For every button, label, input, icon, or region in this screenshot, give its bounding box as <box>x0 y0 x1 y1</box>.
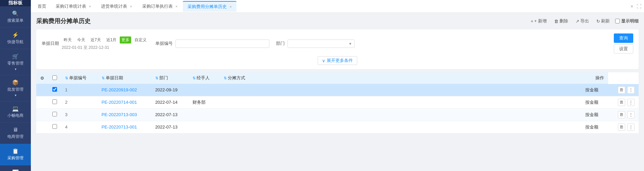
dept-field: 部门 ▾ <box>276 39 355 48</box>
sidebar-item-label: 搜索菜单 <box>7 18 23 23</box>
row-actions-cell: 🖹 ⋮ <box>608 108 639 121</box>
date-btn-more[interactable]: 更多 <box>120 36 131 44</box>
doc-no-link[interactable]: PE-20220714-001 <box>102 100 137 105</box>
table-row: 2 PE-20220714-001 2022-07-14 财务部 按金额 🖹 ⋮ <box>36 96 639 108</box>
row-doc-date-cell: 2022-07-14 <box>151 96 189 108</box>
dept-label: 部门 <box>276 40 285 47</box>
tab-close-icon[interactable]: × <box>175 4 177 8</box>
sidebar-item-label: 快捷导航 <box>7 39 23 45</box>
refresh-icon: ↻ <box>596 19 600 24</box>
tab-close-icon[interactable]: × <box>89 4 91 8</box>
row-settings-cell <box>36 96 48 108</box>
sidebar-item-label: 零售管理 <box>7 61 23 66</box>
row-doc-date-cell: 2022-07-13 <box>151 121 189 133</box>
tab-close-icon[interactable]: × <box>229 5 231 9</box>
sidebar-item-ecom[interactable]: 🖥 电商管理 <box>0 123 31 144</box>
refresh-button[interactable]: ↻ 刷新 <box>594 17 612 25</box>
date-field: 单据日期 昨天 今天 近7天 近1月 更多 自定义 2022-01-01 至 2… <box>42 36 149 51</box>
settings-button[interactable]: 设置 <box>614 44 633 54</box>
retail-icon: 🛒 <box>12 53 19 60</box>
export-button[interactable]: ↗ 导出 <box>574 17 591 25</box>
tab-purchase-exec[interactable]: 采购订单执行表 × <box>138 1 182 12</box>
row-view-button[interactable]: 🖹 <box>618 111 625 118</box>
refresh-label: 刷新 <box>601 18 610 24</box>
doc-no-input[interactable] <box>175 39 269 48</box>
row-more-button[interactable]: ⋮ <box>627 99 635 106</box>
row-handler-cell <box>220 108 581 121</box>
row-checkbox[interactable] <box>52 99 57 104</box>
row-view-button[interactable]: 🖹 <box>618 123 625 131</box>
sort-icon: ⇅ <box>65 76 69 80</box>
tab-bar: 首页 采购订单统计表 × 进货单统计表 × 采购订单执行表 × 采购费用分摊单历… <box>31 0 644 13</box>
sidebar-item-purchase[interactable]: 📋 采购管理 <box>0 144 31 165</box>
sidebar-item-inventory[interactable]: 📊 库存核算 <box>0 165 31 171</box>
tab-inbound-stats[interactable]: 进货单统计表 × <box>96 1 137 12</box>
show-cols-checkbox[interactable] <box>615 19 620 23</box>
sidebar: 指标板 🔍 搜索菜单 ⚡ 快捷导航 🛒 零售管理 ▾ 📦 批发管理 ▾ 💻 小畅… <box>0 0 31 171</box>
date-label: 单据日期 <box>42 40 59 47</box>
row-checkbox-cell <box>48 121 61 133</box>
sidebar-item-label: 电商管理 <box>7 134 23 140</box>
show-cols-label: 显示明细 <box>621 18 639 24</box>
row-checkbox[interactable] <box>52 87 57 92</box>
page-header: 采购费用分摊单历史 + + 新增 🗑 删除 ↗ 导出 ↻ 刷新 <box>36 17 639 25</box>
date-range-btns: 昨天 今天 近7天 近1月 更多 自定义 <box>62 36 149 44</box>
search-area: 单据日期 昨天 今天 近7天 近1月 更多 自定义 2022-01-01 至 2… <box>36 29 639 69</box>
tab-label: 采购费用分摊单历史 <box>187 4 227 10</box>
delete-button[interactable]: 🗑 删除 <box>552 17 570 25</box>
date-btn-1month[interactable]: 近1月 <box>104 36 119 44</box>
tab-label: 采购订单执行表 <box>142 3 173 9</box>
chevron-down-icon: ▾ <box>15 93 16 97</box>
show-cols-toggle[interactable]: 显示明细 <box>615 18 639 24</box>
col-settings[interactable]: ⚙ <box>36 72 48 84</box>
doc-no-link[interactable]: PE-20220713-003 <box>102 112 137 117</box>
add-button[interactable]: + + 新增 <box>529 17 549 25</box>
date-btn-7days[interactable]: 近7天 <box>89 36 103 44</box>
col-dept: ⇅ 部门 <box>151 72 189 84</box>
sidebar-item-retail[interactable]: 🛒 零售管理 ▾ <box>0 49 31 75</box>
window-close-icon[interactable]: × <box>631 4 633 9</box>
row-settings-cell <box>36 108 48 121</box>
sidebar-item-quicknav[interactable]: ⚡ 快捷导航 <box>0 28 31 49</box>
dept-select[interactable]: ▾ <box>287 39 355 48</box>
window-maximize-icon[interactable]: ⛶ <box>637 4 641 9</box>
row-settings-cell <box>36 121 48 133</box>
col-dept-label: 部门 <box>159 75 168 80</box>
row-doc-no-cell: PE-20220713-003 <box>98 108 151 121</box>
row-more-button[interactable]: ⋮ <box>627 111 635 118</box>
sort-icon: ⇅ <box>155 76 159 80</box>
row-more-button[interactable]: ⋮ <box>627 86 635 94</box>
tab-purchase-expense-history[interactable]: 采购费用分摊单历史 × <box>183 1 236 12</box>
search-row: 单据日期 昨天 今天 近7天 近1月 更多 自定义 2022-01-01 至 2… <box>42 33 633 54</box>
row-view-button[interactable]: 🖹 <box>618 86 625 94</box>
tab-purchase-order-stats[interactable]: 采购订单统计表 × <box>51 1 96 12</box>
sidebar-logo: 指标板 <box>0 0 31 6</box>
date-btn-yesterday[interactable]: 昨天 <box>62 36 74 44</box>
tab-close-icon[interactable]: × <box>130 4 132 8</box>
search-button[interactable]: 查询 <box>614 33 633 43</box>
doc-no-link[interactable]: PE-20220919-002 <box>102 87 137 92</box>
delete-label: 删除 <box>559 18 568 24</box>
row-settings-cell <box>36 84 48 96</box>
tab-label: 采购订单统计表 <box>56 3 86 9</box>
row-checkbox[interactable] <box>52 112 57 116</box>
row-view-button[interactable]: 🖹 <box>618 99 625 106</box>
expand-button[interactable]: ∨ 展开更多条件 <box>318 56 357 65</box>
sidebar-item-label: 批发管理 <box>7 87 23 92</box>
date-btn-custom[interactable]: 自定义 <box>132 36 149 44</box>
tab-home[interactable]: 首页 <box>34 1 50 12</box>
col-doc-date: ⇅ 单据日期 <box>98 72 151 84</box>
page-title: 采购费用分摊单历史 <box>36 17 91 25</box>
row-doc-no-cell: PE-20220714-001 <box>98 96 151 108</box>
select-all-checkbox[interactable] <box>52 75 57 80</box>
row-dept-cell: 财务部 <box>189 96 220 108</box>
sidebar-item-wholesale[interactable]: 📦 批发管理 ▾ <box>0 75 31 101</box>
row-more-button[interactable]: ⋮ <box>627 123 635 131</box>
row-split-method-cell: 按金额 <box>581 108 608 121</box>
sidebar-item-search[interactable]: 🔍 搜索菜单 <box>0 6 31 28</box>
row-actions-cell: 🖹 ⋮ <box>608 84 639 96</box>
row-checkbox[interactable] <box>52 124 57 129</box>
date-btn-today[interactable]: 今天 <box>75 36 87 44</box>
doc-no-link[interactable]: PE-20220713-001 <box>102 124 137 130</box>
sidebar-item-ecom-small[interactable]: 💻 小畅电商 <box>0 101 31 123</box>
